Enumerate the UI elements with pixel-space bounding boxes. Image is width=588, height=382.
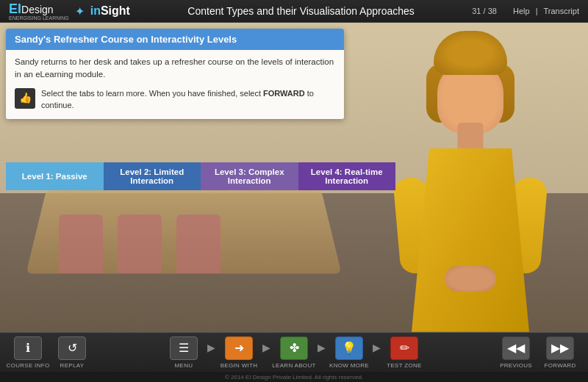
thumbs-up-icon [15,88,35,109]
content-instruction: Select the tabs to learn more. When you … [15,87,335,112]
bg-chair [176,215,220,273]
logo-design-text: Design [21,4,54,15]
logo-ei-text: EI [9,1,21,16]
replay-icon: ↺ [58,336,86,360]
content-panel-body: Sandy returns to her desk and takes up a… [6,50,344,119]
page-counter: 31 / 38 [472,7,497,15]
menu-icon: ☰ [170,336,198,360]
copyright-bar: © 2014 EI Design Private Limited. All ri… [0,372,588,382]
nav-bar: ℹ COURSE INFO ↺ REPLAY ☰ MENU ▶ ➜ BEGIN … [0,332,588,372]
char-neck [458,123,484,152]
know-more-button[interactable]: 💡 KNOW MORE [327,334,371,371]
transcript-link[interactable]: Transcript [544,7,580,15]
top-bar: EIDesign ENERGISING LEARNING ✦ inSight C… [0,0,588,23]
copyright-text: © 2014 EI Design Private Limited. All ri… [225,374,363,381]
logo-separator-icon: ✦ [75,4,85,18]
bg-chair [59,215,103,273]
level-tab-2[interactable]: Level 2: Limited Interaction [104,162,201,190]
menu-button[interactable]: ☰ MENU [162,334,206,371]
nav-arrow-2: ▶ [262,342,270,353]
level-tab-1[interactable]: Level 1: Passive [6,162,104,190]
level-tab-3[interactable]: Level 3: Complex Interaction [201,162,298,190]
begin-with-label: BEGIN WITH [220,362,258,369]
char-hands [445,266,496,292]
character-body [390,60,551,332]
test-zone-icon: ✏ [390,336,418,360]
know-more-label: KNOW MORE [329,362,369,369]
replay-label: REPLAY [60,362,85,369]
know-more-icon: 💡 [335,336,363,360]
level-tabs: Level 1: Passive Level 2: Limited Intera… [6,162,395,190]
page-title: Content Types and their Visualisation Ap… [145,5,457,17]
learn-about-label: LEARN ABOUT [272,362,315,369]
info-icon: ℹ [14,336,42,360]
level-tab-4[interactable]: Level 4: Real-time Interaction [298,162,396,190]
help-links: 31 / 38 Help | Transcript [472,7,579,15]
replay-button[interactable]: ↺ REPLAY [50,334,94,371]
content-panel-header: Sandy's Refresher Course on Interactivit… [6,29,344,50]
main-content: Sandy's Refresher Course on Interactivit… [0,23,588,332]
logo-tagline: ENERGISING LEARNING [9,15,69,21]
bg-chairs [59,215,220,273]
help-link[interactable]: Help [513,7,530,15]
forward-label: FORWARD [545,362,576,369]
forward-button[interactable]: ▶▶ FORWARD [538,334,582,371]
char-shirt [412,148,529,332]
course-info-label: COURSE INFO [7,362,50,369]
learn-about-button[interactable]: ✤ LEARN ABOUT [272,334,316,371]
begin-with-button[interactable]: ➜ BEGIN WITH [217,334,261,371]
instruction-text: Select the tabs to learn more. When you … [41,87,335,112]
logo-ei-design: EIDesign ENERGISING LEARNING [9,1,69,21]
forward-icon: ▶▶ [546,336,574,360]
nav-arrow-4: ▶ [373,342,381,353]
menu-label: MENU [175,362,193,369]
test-zone-label: TEST ZONE [387,362,421,369]
nav-arrow-3: ▶ [318,342,326,353]
course-info-button[interactable]: ℹ COURSE INFO [6,334,50,371]
logo-sight-text: Sight [101,4,130,17]
begin-with-icon: ➜ [225,336,253,360]
content-description: Sandy returns to her desk and takes up a… [15,56,335,82]
learn-about-icon: ✤ [280,336,308,360]
app-window: EIDesign ENERGISING LEARNING ✦ inSight C… [0,0,588,382]
previous-button[interactable]: ◀◀ PREVIOUS [494,334,538,371]
logo-in-text: in [90,4,101,17]
previous-icon: ◀◀ [502,336,530,360]
content-panel: Sandy's Refresher Course on Interactivit… [6,29,344,119]
bg-chair [118,215,162,273]
test-zone-button[interactable]: ✏ TEST ZONE [382,334,426,371]
nav-arrow-1: ▶ [207,342,215,353]
character [375,53,566,332]
logo-insight: inSight [90,4,130,18]
logo-area: EIDesign ENERGISING LEARNING ✦ inSight [9,1,130,21]
previous-label: PREVIOUS [500,362,532,369]
